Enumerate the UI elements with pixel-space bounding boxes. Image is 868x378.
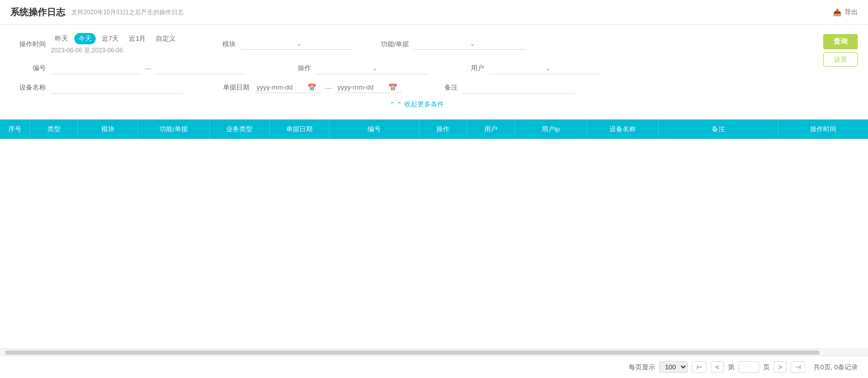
user-chevron-icon: ⌄ bbox=[545, 65, 599, 72]
col-remark: 备注 bbox=[658, 120, 778, 139]
page-unit: 页 bbox=[763, 363, 770, 372]
page-next-button[interactable]: > bbox=[774, 361, 787, 373]
operation-filter-section: 操作 ⌄ bbox=[275, 63, 428, 74]
filter-left: 操作时间 昨天 今天 近7天 近1月 自定义 2023-06-06 至 2023… bbox=[10, 33, 823, 111]
remark-input[interactable] bbox=[463, 81, 575, 94]
user-filter-section: 用户 ⌄ bbox=[449, 63, 601, 74]
date-dash: — bbox=[325, 84, 331, 92]
export-label: 导出 bbox=[845, 8, 858, 17]
filter-row-1: 操作时间 昨天 今天 近7天 近1月 自定义 2023-06-06 至 2023… bbox=[10, 33, 823, 55]
data-table: 序号 类型 模块 功能/单据 业务类型 单据日期 编号 操作 用户 用户ip 设… bbox=[0, 120, 868, 139]
col-function: 功能/单据 bbox=[137, 120, 209, 139]
remark-label: 备注 bbox=[422, 83, 458, 92]
function-filter-section: 功能/单据 ⌄ bbox=[373, 38, 526, 50]
per-page-select[interactable]: 100 50 200 bbox=[659, 361, 688, 373]
time-range-text: 2023-06-06 至 2023-06-06 bbox=[51, 46, 180, 55]
filter-buttons: 查询 设置 bbox=[823, 33, 858, 67]
export-button[interactable]: 📤 导出 bbox=[833, 8, 858, 17]
scroll-thumb[interactable] bbox=[5, 351, 820, 355]
time-btn-7days[interactable]: 近7天 bbox=[98, 33, 123, 44]
module-label: 模块 bbox=[200, 40, 236, 49]
date-end-input[interactable] bbox=[338, 83, 388, 91]
page-title: 系统操作日志 bbox=[10, 6, 65, 18]
date-start-wrap[interactable]: 📅 bbox=[255, 82, 321, 93]
collapse-up-icon: ⌃ ⌃ bbox=[389, 101, 403, 108]
table-header: 序号 类型 模块 功能/单据 业务类型 单据日期 编号 操作 用户 用户ip 设… bbox=[0, 120, 868, 139]
page-first-button[interactable]: ⊢ bbox=[692, 361, 707, 373]
export-icon: 📤 bbox=[833, 8, 842, 16]
per-page-label: 每页显示 bbox=[629, 363, 655, 372]
calendar-end-icon[interactable]: 📅 bbox=[388, 83, 397, 92]
time-label: 操作时间 bbox=[10, 40, 46, 49]
table-header-row: 序号 类型 模块 功能/单据 业务类型 单据日期 编号 操作 用户 用户ip 设… bbox=[0, 120, 868, 139]
module-chevron-icon: ⌄ bbox=[297, 40, 351, 47]
table-area: 序号 类型 模块 功能/单据 业务类型 单据日期 编号 操作 用户 用户ip 设… bbox=[0, 120, 868, 348]
time-btn-today[interactable]: 今天 bbox=[74, 33, 96, 44]
operation-label: 操作 bbox=[275, 64, 311, 73]
col-type: 类型 bbox=[30, 120, 78, 139]
function-label: 功能/单据 bbox=[373, 40, 409, 49]
col-biz-type: 业务类型 bbox=[210, 120, 270, 139]
function-chevron-icon: ⌄ bbox=[470, 40, 524, 47]
col-op-time: 操作时间 bbox=[778, 120, 868, 139]
device-label: 设备名称 bbox=[10, 83, 46, 92]
pagination-area: 每页显示 100 50 200 ⊢ < 第 1 页 > ⊣ 共0页, 0条记录 bbox=[0, 356, 868, 378]
empty-area bbox=[0, 139, 868, 317]
collapse-row: ⌃ ⌃ 收起更多条件 bbox=[10, 98, 823, 111]
page-total: 共0页, 0条记录 bbox=[814, 363, 858, 372]
voucher-date-label: 单据日期 bbox=[214, 83, 249, 92]
date-start-input[interactable] bbox=[257, 83, 307, 91]
col-module: 模块 bbox=[78, 120, 138, 139]
col-number: 编号 bbox=[329, 120, 419, 139]
calendar-start-icon[interactable]: 📅 bbox=[307, 83, 316, 92]
query-button[interactable]: 查询 bbox=[823, 34, 858, 49]
time-btn-custom[interactable]: 自定义 bbox=[152, 33, 180, 44]
number-filter-section: 编号 — bbox=[10, 62, 245, 74]
operation-select[interactable]: ⌄ bbox=[316, 63, 428, 74]
filter-main: 操作时间 昨天 今天 近7天 近1月 自定义 2023-06-06 至 2023… bbox=[10, 33, 858, 111]
scroll-bar-area[interactable] bbox=[0, 348, 868, 356]
device-input[interactable] bbox=[51, 81, 183, 94]
date-end-wrap[interactable]: 📅 bbox=[335, 82, 402, 93]
time-btn-1month[interactable]: 近1月 bbox=[125, 33, 150, 44]
page-input[interactable]: 1 bbox=[739, 361, 759, 373]
col-index: 序号 bbox=[0, 120, 30, 139]
module-filter-section: 模块 ⌄ bbox=[200, 38, 353, 50]
number-input-start[interactable] bbox=[51, 62, 141, 74]
page-last-button[interactable]: ⊣ bbox=[791, 361, 805, 373]
page-container: 系统操作日志 支持2020年10月31日之后产生的操作日志 📤 导出 操作时间 … bbox=[0, 0, 868, 378]
time-filter-section: 操作时间 昨天 今天 近7天 近1月 自定义 2023-06-06 至 2023… bbox=[10, 33, 180, 55]
col-user: 用户 bbox=[467, 120, 515, 139]
user-label: 用户 bbox=[449, 64, 484, 73]
user-select[interactable]: ⌄ bbox=[489, 63, 601, 74]
voucher-date-section: 单据日期 📅 — 📅 bbox=[214, 82, 402, 93]
filter-row-2: 编号 — 操作 ⌄ 用户 bbox=[10, 62, 823, 74]
col-user-ip: 用户ip bbox=[515, 120, 586, 139]
number-label: 编号 bbox=[10, 64, 46, 73]
page-label: 第 bbox=[728, 363, 735, 372]
col-device: 设备名称 bbox=[586, 120, 658, 139]
settings-button[interactable]: 设置 bbox=[823, 52, 858, 67]
number-input-end[interactable] bbox=[155, 62, 245, 74]
col-voucher-date: 单据日期 bbox=[269, 120, 329, 139]
device-filter-section: 设备名称 bbox=[10, 81, 183, 94]
collapse-button[interactable]: ⌃ ⌃ 收起更多条件 bbox=[383, 98, 451, 111]
page-header: 系统操作日志 支持2020年10月31日之后产生的操作日志 📤 导出 bbox=[0, 0, 868, 25]
collapse-label: 收起更多条件 bbox=[404, 100, 444, 109]
number-dash: — bbox=[145, 65, 151, 72]
page-subtitle: 支持2020年10月31日之后产生的操作日志 bbox=[71, 8, 184, 17]
filter-row-3: 设备名称 单据日期 📅 — 📅 bbox=[10, 81, 823, 94]
time-btn-yesterday[interactable]: 昨天 bbox=[51, 33, 72, 44]
time-filter-group: 昨天 今天 近7天 近1月 自定义 bbox=[51, 33, 180, 44]
operation-chevron-icon: ⌄ bbox=[372, 65, 426, 72]
page-prev-button[interactable]: < bbox=[711, 361, 724, 373]
col-operation: 操作 bbox=[419, 120, 467, 139]
filter-area: 操作时间 昨天 今天 近7天 近1月 自定义 2023-06-06 至 2023… bbox=[0, 25, 868, 120]
module-select[interactable]: ⌄ bbox=[241, 38, 353, 50]
remark-filter-section: 备注 bbox=[422, 81, 575, 94]
function-select[interactable]: ⌄ bbox=[414, 38, 526, 50]
